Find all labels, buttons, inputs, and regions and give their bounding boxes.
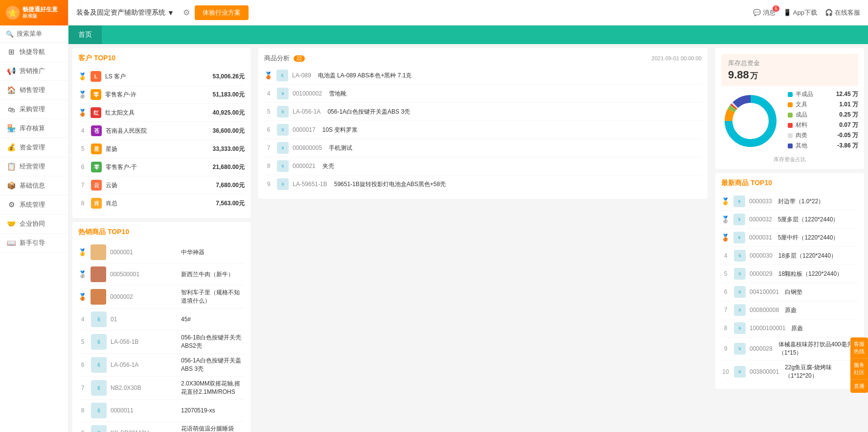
product-code: LA-056-1A xyxy=(293,108,320,115)
inventory-unit: 万 xyxy=(750,71,758,81)
sidebar-item-label: 基础信息 xyxy=(20,181,45,190)
customer-list-item[interactable]: 6 零 零售客户-于 21,680.00元 xyxy=(78,158,245,176)
hot-product-item[interactable]: 6 6 LA-056-1A 056-1A白色按键开关盖ABS 3壳 xyxy=(78,354,245,377)
sidebar: 🌟 畅捷通好生意 标准版 🔍 搜索菜单 ⊞ 快捷导航 📢 营销推广 🏠 销售管理… xyxy=(0,0,69,432)
top-sales-item[interactable]: 7 6 000800005 手机测试 xyxy=(264,139,702,157)
system-title-dropdown[interactable]: 装备及固定资产辅助管理系统 ▼ xyxy=(76,8,174,17)
donut-section: 半成品 12.45 万 文具 1.01 万 成品 0.25 万 材料 0.07 … xyxy=(721,90,858,152)
rank-icon: 🥈 xyxy=(78,91,87,98)
product-code: 003800001 xyxy=(750,368,779,375)
cs-community-btn[interactable]: 服务社区 xyxy=(850,359,868,380)
sidebar-item-guide[interactable]: 📖 新手引导 xyxy=(0,234,68,253)
newest-product-item[interactable]: 10 6 003800001 22g鱼豆腐-烧烤味（1*12*20） xyxy=(721,360,858,383)
sidebar-item-label: 快捷导航 xyxy=(20,48,45,56)
inventory-amount: 9.88 xyxy=(728,69,749,81)
top-sales-item[interactable]: 🥉 6 LA-089 电池盖 LA-089 ABS本色+黑种 7.1克 xyxy=(264,67,702,85)
newest-product-item[interactable]: 5 6 0000029 18颗粒板（1220*2440） xyxy=(721,265,858,283)
hot-product-item[interactable]: 5 6 LA-056-1B 056-1B白色按键开关壳ABS2壳 xyxy=(78,331,245,354)
content-area: 客户 TOP10 🥇 L LS 客户 53,006.26元 🥈 零 零售客户-许… xyxy=(69,44,868,432)
customer-list-item[interactable]: 5 星 星扬 33,333.00元 xyxy=(78,140,245,158)
product-thumb-placeholder: 6 xyxy=(91,425,107,432)
legend-value: -0.05 万 xyxy=(837,131,858,140)
sidebar-item-label: 经营管理 xyxy=(20,162,45,171)
customer-list-item[interactable]: 8 肖 肖总 7,563.00元 xyxy=(78,194,245,212)
product-thumb-placeholder: 6 xyxy=(733,232,745,243)
sidebar-item-inventory[interactable]: 🏪 库存核算 xyxy=(0,119,68,138)
product-thumb-placeholder: 6 xyxy=(277,88,289,99)
sidebar-item-system[interactable]: ⚙ 系统管理 xyxy=(0,195,68,215)
search-menu[interactable]: 🔍 搜索菜单 xyxy=(0,25,68,43)
newest-product-item[interactable]: 9 6 0000028 体械嘉枝味苏打饮品400毫升（1*15） xyxy=(721,337,858,360)
cs-live-btn[interactable]: 直播 xyxy=(850,380,868,393)
newest-product-item[interactable]: 4 6 0000030 18多层（1220*2440） xyxy=(721,247,858,265)
avatar: 苍 xyxy=(91,125,102,136)
legend-label: 半成品 xyxy=(796,90,813,98)
avatar: 肖 xyxy=(91,198,102,209)
customer-list-item[interactable]: 🥈 零 零售客户-许 51,183.00元 xyxy=(78,86,245,104)
sidebar-item-basic[interactable]: 📦 基础信息 xyxy=(0,176,68,195)
product-name: 体械嘉枝味苏打饮品400毫升（1*15） xyxy=(778,340,858,357)
sidebar-item-marketing[interactable]: 📢 营销推广 xyxy=(0,62,68,81)
hot-product-item[interactable]: 4 6 01 45# xyxy=(78,309,245,331)
top-sales-item[interactable]: 6 6 0000017 10S 变料罗浆 xyxy=(264,121,702,139)
sidebar-item-purchase[interactable]: 🛍 采购管理 xyxy=(0,100,68,119)
sidebar-item-finance[interactable]: 💰 资金管理 xyxy=(0,138,68,157)
newest-product-item[interactable]: 6 6 004100001 白钢垫 xyxy=(721,283,858,301)
rank-num: 6 xyxy=(78,164,87,170)
top-sales-item[interactable]: 8 6 0000021 夹壳 xyxy=(264,157,702,175)
tab-home[interactable]: 首页 xyxy=(69,25,102,44)
product-name: 原盎 xyxy=(785,306,858,314)
customer-list-item[interactable]: 🥉 红 红太阳文具 40,925.00元 xyxy=(78,104,245,122)
customer-value: 7,680.00元 xyxy=(216,181,245,190)
rank-icon: 🥈 xyxy=(78,270,87,278)
customer-list-item[interactable]: 7 云 云扬 7,680.00元 xyxy=(78,176,245,194)
hot-product-item[interactable]: 7 6 NB2.0X30B 2.0X30MM双摇花轴,摇花直径2.1MM/ROH… xyxy=(78,377,245,400)
rank-num: 5 xyxy=(264,108,273,115)
sidebar-item-shortcuts[interactable]: ⊞ 快捷导航 xyxy=(0,43,68,62)
online-service-btn[interactable]: 🎧 在线客服 xyxy=(825,8,860,17)
cs-hotline-btn[interactable]: 客服热线 xyxy=(850,337,868,359)
top-sales-item[interactable]: 5 6 LA-056-1A 056-1A白色按键开关盖ABS 3壳 xyxy=(264,103,702,121)
product-thumb xyxy=(91,266,106,282)
hot-product-item[interactable]: 🥈 000500001 新西兰牛肉（新牛） xyxy=(78,264,245,286)
sidebar-item-sales[interactable]: 🏠 销售管理 xyxy=(0,81,68,100)
hot-product-item[interactable]: 🥇 0000001 中华神器 xyxy=(78,241,245,264)
product-code: 10000100001 xyxy=(750,325,785,332)
product-thumb-placeholder: 6 xyxy=(91,334,107,350)
operation-icon: 📋 xyxy=(7,162,16,171)
top-sales-item[interactable]: 9 6 LA-59651-1B 59651-1B旋转投影灯电池盒ABS黑色+58… xyxy=(264,175,702,193)
customer-list-item[interactable]: 4 苍 苍南县人民医院 36,600.00元 xyxy=(78,122,245,140)
hot-product-item[interactable]: 9 6 KK-SD22110H 花语萌值温分腿睡袋（厚款） xyxy=(78,422,245,432)
newest-product-item[interactable]: 🥈 6 0000032 5厘多层（1220*2440） xyxy=(721,211,858,229)
newest-product-item[interactable]: 🥇 6 0000033 封边带（1.0*22） xyxy=(721,192,858,211)
sidebar-item-cooperation[interactable]: 🤝 企业协同 xyxy=(0,215,68,234)
logo-icon: 🌟 xyxy=(6,6,20,20)
product-thumb-placeholder: 6 xyxy=(277,160,289,172)
experience-btn[interactable]: 体验行业方案 xyxy=(195,5,249,20)
newest-product-item[interactable]: 7 6 000800008 原盎 xyxy=(721,301,858,319)
newest-products-card: 最新商品 TOP10 🥇 6 0000033 封边带（1.0*22） 🥈 6 0… xyxy=(715,173,864,389)
newest-product-item[interactable]: 8 6 10000100001 原盎 xyxy=(721,319,858,337)
message-btn[interactable]: 💬 消息 6 xyxy=(753,8,776,17)
product-thumb xyxy=(91,289,106,305)
newest-product-item[interactable]: 🥉 6 0000031 5厘中纤（1220*2440） xyxy=(721,229,858,247)
top-sales-item[interactable]: 4 6 001000002 雪地靴 xyxy=(264,85,702,103)
hot-product-item[interactable]: 8 6 0000011 12070519-xs xyxy=(78,400,245,422)
app-download-btn[interactable]: 📱 App下载 xyxy=(783,8,817,17)
inventory-summary-bar: 库存总资金 9.88 万 xyxy=(721,54,858,86)
legend-label: 成品 xyxy=(796,111,807,119)
product-thumb-placeholder: 6 xyxy=(277,124,289,136)
donut-chart xyxy=(721,92,780,150)
sidebar-item-operation[interactable]: 📋 经营管理 xyxy=(0,157,68,176)
product-code: 0000032 xyxy=(749,216,772,223)
product-name: 花语萌值温分腿睡袋（厚款） xyxy=(181,425,245,432)
newest-products-list: 🥇 6 0000033 封边带（1.0*22） 🥈 6 0000032 5厘多层… xyxy=(721,192,858,383)
hot-product-item[interactable]: 🥉 0000002 智利车子里（规格不知道填什么） xyxy=(78,286,245,309)
customer-list-item[interactable]: 🥇 L LS 客户 53,006.26元 xyxy=(78,68,245,86)
legend-dot xyxy=(788,144,793,148)
rank-num: 7 xyxy=(721,307,730,313)
dropdown-arrow-icon: ▼ xyxy=(167,9,174,17)
customer-name: 星扬 xyxy=(106,145,209,153)
settings-icon[interactable]: ⚙ xyxy=(183,8,190,17)
product-name: 18颗粒板（1220*2440） xyxy=(778,270,858,278)
